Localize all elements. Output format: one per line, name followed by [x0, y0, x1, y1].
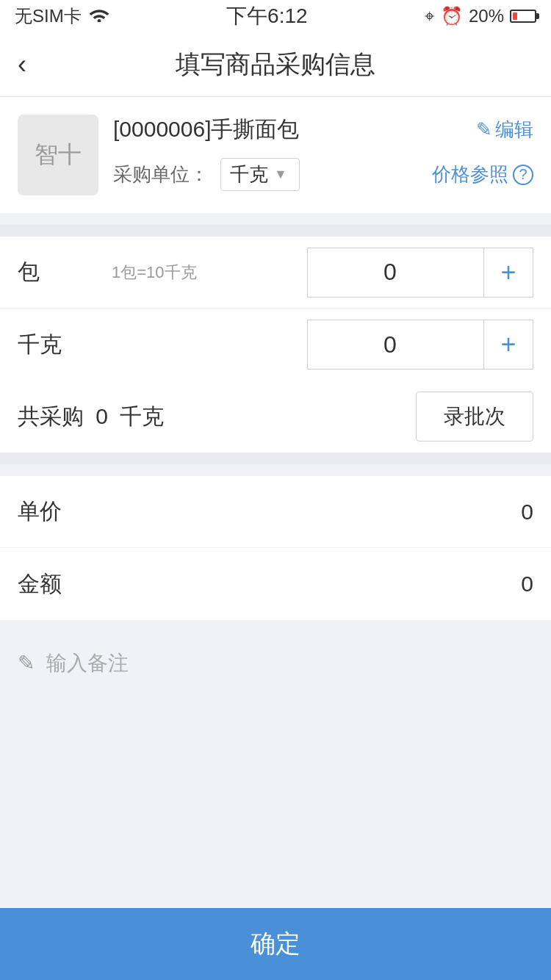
kilogram-input[interactable]	[307, 320, 483, 370]
edit-label: 编辑	[495, 117, 533, 143]
amount-row: 金额 0	[0, 548, 551, 620]
carrier-text: 无SIM卡	[15, 4, 82, 28]
confirm-button[interactable]: 确定	[0, 908, 551, 980]
amount-value: 0	[521, 572, 533, 597]
status-time: 下午6:12	[226, 2, 308, 30]
input-section: 包 1包=10千克 + 千克 +	[0, 237, 551, 381]
remark-section[interactable]: ✎ 输入备注	[0, 632, 551, 926]
batch-button[interactable]: 录批次	[416, 392, 533, 442]
bao-input[interactable]	[307, 248, 483, 298]
kilogram-plus-button[interactable]: +	[483, 320, 533, 370]
product-name-row: [0000006]手撕面包 ✎ 编辑	[113, 115, 533, 145]
unit-price-row: 单价 0	[0, 476, 551, 548]
location-icon: ⌖	[425, 6, 435, 26]
remark-placeholder: 输入备注	[46, 649, 129, 677]
total-row: 共采购 0 千克 录批次	[0, 381, 551, 453]
status-left: 无SIM卡	[15, 4, 109, 28]
chevron-down-icon: ▼	[274, 167, 287, 182]
page-title: 填写商品采购信息	[176, 48, 375, 82]
bao-label: 包	[18, 257, 106, 287]
bao-sublabel: 1包=10千克	[112, 262, 197, 284]
total-text: 共采购 0 千克	[18, 402, 164, 432]
total-amount: 0	[96, 404, 108, 428]
bao-plus-button[interactable]: +	[483, 248, 533, 298]
unit-value: 千克	[230, 162, 268, 187]
purchase-unit-row: 采购单位： 千克 ▼ 价格参照 ?	[113, 158, 533, 191]
price-ref-label: 价格参照	[432, 162, 508, 187]
battery-icon	[510, 10, 536, 23]
alarm-icon: ⏰	[441, 6, 463, 26]
status-right: ⌖ ⏰ 20%	[425, 6, 536, 26]
bao-input-control: +	[307, 248, 533, 298]
amount-label: 金额	[18, 569, 62, 599]
wifi-icon	[89, 6, 109, 26]
bao-row: 包 1包=10千克 +	[0, 237, 551, 309]
kilogram-label: 千克	[18, 330, 106, 360]
kilogram-input-control: +	[307, 320, 533, 370]
product-info: [0000006]手撕面包 ✎ 编辑 采购单位： 千克 ▼ 价格参照 ?	[113, 115, 533, 191]
divider-1	[0, 225, 551, 237]
confirm-button-label: 确定	[251, 927, 300, 961]
total-label: 共采购	[18, 404, 84, 428]
edit-icon: ✎	[476, 118, 492, 141]
status-bar: 无SIM卡 下午6:12 ⌖ ⏰ 20%	[0, 0, 551, 32]
unit-select[interactable]: 千克 ▼	[220, 158, 300, 191]
unit-price-value: 0	[521, 500, 533, 525]
purchase-unit-label: 采购单位：	[113, 162, 209, 187]
battery-text: 20%	[469, 6, 504, 26]
pencil-icon: ✎	[18, 651, 35, 675]
edit-button[interactable]: ✎ 编辑	[476, 117, 533, 143]
total-unit: 千克	[120, 404, 164, 428]
product-logo-text: 智十	[35, 139, 82, 171]
product-full-name: [0000006]手撕面包	[113, 115, 299, 145]
svg-point-0	[97, 19, 101, 22]
info-icon: ?	[513, 165, 533, 185]
kilogram-row: 千克 +	[0, 309, 551, 381]
price-section: 单价 0 金额 0	[0, 476, 551, 620]
nav-bar: ‹ 填写商品采购信息	[0, 32, 551, 97]
price-ref-button[interactable]: 价格参照 ?	[432, 162, 533, 187]
back-button[interactable]: ‹	[18, 49, 26, 80]
divider-2	[0, 453, 551, 464]
product-image: 智十	[18, 115, 98, 195]
unit-price-label: 单价	[18, 497, 62, 527]
product-card: 智十 [0000006]手撕面包 ✎ 编辑 采购单位： 千克 ▼ 价格参照 ?	[0, 97, 551, 213]
